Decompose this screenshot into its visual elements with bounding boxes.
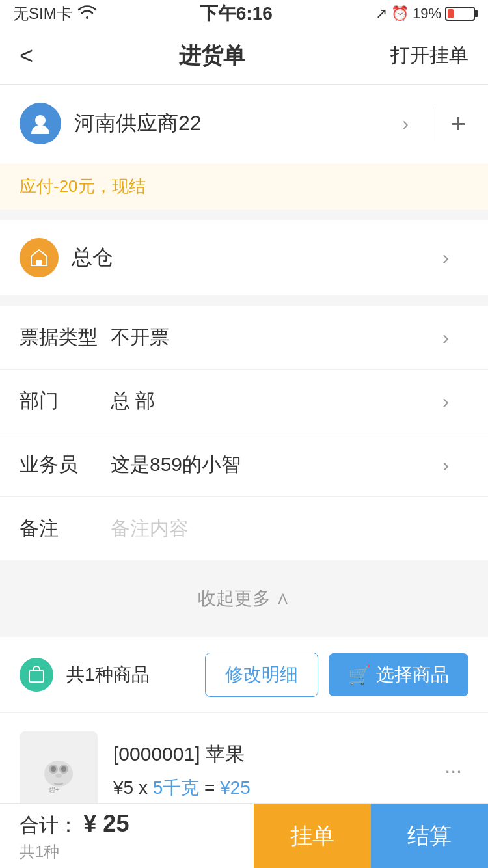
bag-icon [27,666,46,684]
department-label: 部门 [20,388,111,414]
hang-button[interactable]: 挂单 [254,804,371,868]
supplier-name: 河南供应商22 [74,109,402,138]
product-code: [0000001] [113,743,206,765]
person-icon [29,112,52,135]
footer: 合计： ¥ 25 共1种 挂单 结算 [0,803,488,868]
time-label: 下午6:16 [200,1,273,26]
salesman-value: 这是859的小智 [111,452,442,478]
supplier-row[interactable]: 河南供应商22 › + [0,85,488,163]
select-product-label: 选择商品 [376,662,449,687]
product-price: ¥5 x 5千克 = ¥25 [113,776,438,800]
page-title: 进货单 [179,41,245,71]
location-icon: ↗ [375,5,387,22]
total-amount: ¥ 25 [83,810,129,837]
unit-price: ¥5 x [113,778,153,798]
modify-detail-button[interactable]: 修改明细 [205,653,318,697]
open-hang-button[interactable]: 打开挂单 [390,42,468,69]
salesman-label: 业务员 [20,452,111,478]
product-owl-icon: 碧+ [36,748,81,793]
status-bar: 无SIM卡 下午6:16 ↗ ⏰ 19% [0,0,488,27]
svg-point-8 [55,774,62,778]
svg-rect-1 [36,260,42,265]
remark-label: 备注 [20,515,111,542]
quantity: 5千克 [153,778,200,798]
products-section: 共1种商品 修改明细 🛒 选择商品 碧+ [0,637,488,828]
invoice-value: 不开票 [111,324,442,351]
remark-row[interactable]: 备注 备注内容 [0,497,488,560]
department-row[interactable]: 部门 总 部 › [0,370,488,433]
invoice-chevron-icon: › [442,327,449,349]
collapse-label: 收起更多 ∧ [198,588,291,608]
battery-percent: 19% [413,5,441,22]
supplier-avatar [20,103,61,144]
select-product-icon: 🛒 [348,664,371,686]
product-header: 共1种商品 修改明细 🛒 选择商品 [0,637,488,713]
total-amount-row: 合计： ¥ 25 [20,810,234,839]
status-left: 无SIM卡 [13,3,97,24]
product-name: [0000001] 苹果 [113,741,438,768]
product-title: 苹果 [206,743,245,765]
collapse-toggle[interactable]: 收起更多 ∧ [0,571,488,627]
nav-bar: < 进货单 打开挂单 [0,27,488,85]
invoice-label: 票据类型 [20,324,111,351]
department-chevron-icon: › [442,390,449,413]
svg-rect-2 [29,671,44,682]
equals-sign: = [204,778,220,798]
svg-text:碧+: 碧+ [49,786,59,793]
product-thumbnail: 碧+ [20,731,98,809]
product-list-icon [20,658,53,692]
more-button[interactable]: ··· [438,752,468,789]
main-content: 河南供应商22 › + 应付-20元，现结 总仓 › 票据类型 不开票 › 部门 [0,85,488,828]
product-info: [0000001] 苹果 ¥5 x 5千克 = ¥25 [113,741,438,800]
supplier-section: 河南供应商22 › + 应付-20元，现结 [0,85,488,210]
alarm-icon: ⏰ [391,5,409,22]
notice-bar: 应付-20元，现结 [0,163,488,210]
supplier-chevron-icon: › [402,113,409,135]
warehouse-chevron-icon: › [442,247,449,269]
svg-point-7 [61,766,66,772]
battery-icon [445,7,475,21]
total-label: 合计： [20,814,78,835]
product-count-label: 共1种商品 [66,662,205,687]
footer-total: 合计： ¥ 25 共1种 [0,804,254,868]
back-button[interactable]: < [20,42,33,70]
svg-point-0 [35,115,46,126]
warehouse-row[interactable]: 总仓 › [0,220,488,295]
wifi-icon [77,5,97,23]
svg-point-6 [51,766,56,772]
remark-input[interactable]: 备注内容 [111,515,468,542]
salesman-row[interactable]: 业务员 这是859的小智 › [0,433,488,497]
checkout-button[interactable]: 结算 [371,804,488,868]
department-value: 总 部 [111,388,442,414]
invoice-row[interactable]: 票据类型 不开票 › [0,306,488,370]
salesman-chevron-icon: › [442,454,449,476]
select-product-button[interactable]: 🛒 选择商品 [329,653,468,696]
total-sub: 共1种 [20,841,234,862]
subtotal: ¥25 [220,778,251,798]
warehouse-icon [20,238,59,277]
warehouse-section: 总仓 › [0,220,488,295]
status-right: ↗ ⏰ 19% [375,5,475,22]
add-button[interactable]: + [435,107,468,141]
carrier-label: 无SIM卡 [13,3,72,24]
form-section: 票据类型 不开票 › 部门 总 部 › 业务员 这是859的小智 › 备注 备注… [0,306,488,560]
house-icon [29,247,49,268]
warehouse-name: 总仓 [72,243,442,272]
